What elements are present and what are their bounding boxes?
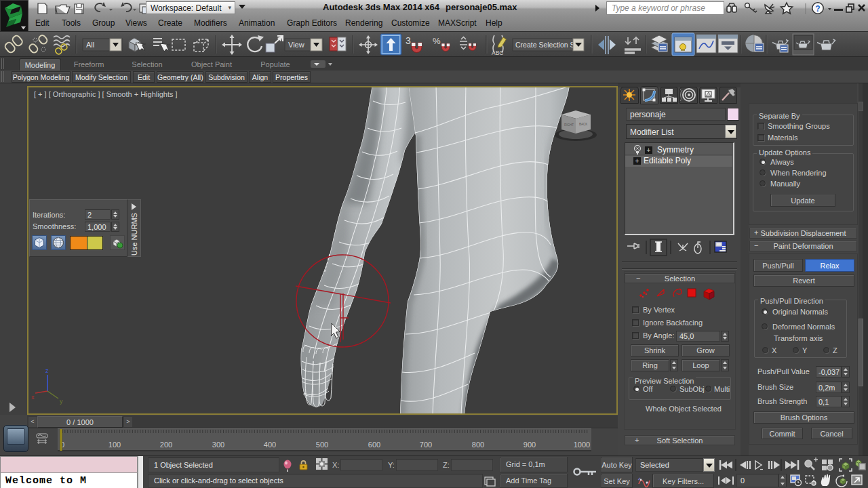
svg-text:x: x [31,394,35,401]
svg-text:1000: 1000 [574,441,590,449]
svg-text:BACK: BACK [579,123,587,126]
svg-text:RIGHT: RIGHT [564,123,574,127]
svg-text:300: 300 [212,441,224,449]
svg-text:?: ? [815,4,820,14]
svg-text:ABC: ABC [492,49,503,56]
svg-text:200: 200 [160,441,172,449]
svg-text:900: 900 [524,441,536,449]
svg-text:[ + ] [ Orthographic ] [ Smoot: [ + ] [ Orthographic ] [ Smooth + Highli… [34,90,178,98]
svg-text:100: 100 [108,441,121,449]
svg-text:z: z [45,367,49,374]
svg-text:All: All [86,41,94,49]
svg-text:400: 400 [264,441,276,449]
svg-text:600: 600 [368,441,380,449]
svg-text:700: 700 [420,441,432,449]
svg-text:%: % [433,36,441,46]
svg-text:Create Selection Se: Create Selection Se [515,41,579,49]
svg-text:800: 800 [472,441,484,449]
svg-text:500: 500 [316,441,328,449]
svg-text:3: 3 [406,35,411,46]
svg-text:y: y [60,398,63,405]
svg-text:View: View [288,41,304,49]
